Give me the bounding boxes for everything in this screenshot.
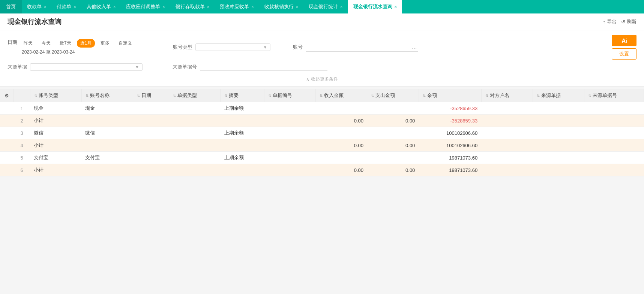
row-settings-cell xyxy=(0,102,14,115)
nav-tab-5[interactable]: 银行存取款单 × xyxy=(170,0,215,13)
close-icon[interactable]: × xyxy=(113,0,116,13)
row-source-doc-no xyxy=(584,164,644,176)
th-counterparty[interactable]: ⇅对方户名 xyxy=(481,89,533,102)
row-account-name xyxy=(81,139,133,152)
row-account-name xyxy=(81,115,133,127)
nav-tab-4[interactable]: 应收应付调整单 × xyxy=(121,0,170,13)
close-icon[interactable]: × xyxy=(207,0,209,13)
row-balance: 100102606.60 xyxy=(419,127,481,139)
export-button[interactable]: ↑ 导出 xyxy=(603,18,617,25)
table-body: 1 现金 现金 上期余额 -3528659.33 2 小计 0.00 0.00 … xyxy=(0,102,644,176)
date-today[interactable]: 今天 xyxy=(38,39,54,48)
close-icon[interactable]: × xyxy=(251,0,254,13)
nav-tab-2[interactable]: 付款单 × xyxy=(51,0,81,13)
row-income: 0.00 xyxy=(316,139,367,152)
row-summary: 上期余额 xyxy=(221,152,264,164)
nav-tab-3[interactable]: 其他收入单 × xyxy=(81,0,121,13)
row-doc-type xyxy=(169,102,220,115)
source-doc-label: 来源单据 xyxy=(8,64,27,70)
chevron-down-icon: ▼ xyxy=(135,65,139,69)
table-row[interactable]: 3 微信 微信 上期余额 100102606.60 xyxy=(0,127,644,139)
th-doc-type[interactable]: ⇅单据类型 xyxy=(169,89,220,102)
row-doc-type xyxy=(169,152,220,164)
row-expense xyxy=(367,127,419,139)
nav-tab-6[interactable]: 预收冲应收单 × xyxy=(215,0,259,13)
row-settings-cell xyxy=(0,127,14,139)
row-balance: -3528659.33 xyxy=(419,102,481,115)
th-account-name[interactable]: ⇅账号名称 xyxy=(81,89,133,102)
row-source-doc-no xyxy=(584,139,644,152)
filter-row-2: 来源单据 ▼ 来源单据号 xyxy=(8,63,636,71)
row-doc-no xyxy=(264,127,315,139)
row-date xyxy=(133,115,169,127)
account-type-select[interactable]: ▼ xyxy=(195,43,270,51)
row-counterparty xyxy=(481,115,533,127)
row-account-name: 现金 xyxy=(81,102,133,115)
row-income xyxy=(316,127,367,139)
row-settings-cell xyxy=(0,152,14,164)
th-source-doc-no[interactable]: ⇅来源单据号 xyxy=(584,89,644,102)
settings-button[interactable]: 设置 xyxy=(612,48,636,60)
page-title: 现金银行流水查询 xyxy=(8,17,62,26)
row-account-type: 小计 xyxy=(30,115,81,127)
row-doc-no xyxy=(264,139,315,152)
nav-tab-9[interactable]: 现金银行流水查询 × xyxy=(348,0,402,13)
account-dots-button[interactable]: ... xyxy=(412,44,417,51)
ai-assistant-button[interactable]: Ai xyxy=(616,36,633,46)
th-settings[interactable]: ⚙ xyxy=(0,89,14,102)
row-settings-cell xyxy=(0,139,14,152)
row-source-doc xyxy=(533,152,584,164)
date-more[interactable]: 更多 xyxy=(97,39,113,48)
table-row[interactable]: 6 小计 0.00 0.00 19871073.60 xyxy=(0,164,644,176)
close-icon[interactable]: × xyxy=(395,0,397,13)
row-expense: 0.00 xyxy=(367,139,419,152)
row-account-type: 小计 xyxy=(30,139,81,152)
nav-tab-8[interactable]: 现金银行统计 × xyxy=(303,0,348,13)
account-type-group: 账号类型 ▼ xyxy=(173,43,270,51)
row-source-doc xyxy=(533,127,584,139)
th-source-doc[interactable]: ⇅来源单据 xyxy=(533,89,584,102)
th-expense[interactable]: ⇅支出金额 xyxy=(367,89,419,102)
row-doc-type xyxy=(169,139,220,152)
nav-home[interactable]: 首页 xyxy=(0,0,22,13)
th-summary[interactable]: ⇅摘要 xyxy=(221,89,264,102)
collapse-bar[interactable]: ∧ 收起更多条件 xyxy=(8,75,636,83)
row-doc-no xyxy=(264,115,315,127)
refresh-button[interactable]: ↺ 刷新 xyxy=(621,18,636,25)
table-row[interactable]: 5 支付宝 支付宝 上期余额 19871073.60 xyxy=(0,152,644,164)
source-doc-group: 来源单据 ▼ xyxy=(8,63,143,71)
row-settings-cell xyxy=(0,115,14,127)
th-account-type[interactable]: ⇅账号类型 xyxy=(30,89,81,102)
nav-tab-7[interactable]: 收款核销执行 × xyxy=(259,0,303,13)
th-income[interactable]: ⇅收入金额 xyxy=(316,89,367,102)
th-balance[interactable]: ⇅余额 xyxy=(419,89,481,102)
row-summary xyxy=(221,115,264,127)
source-doc-select[interactable]: ▼ xyxy=(30,63,143,71)
row-counterparty xyxy=(481,139,533,152)
close-icon[interactable]: × xyxy=(74,0,76,13)
row-counterparty xyxy=(481,102,533,115)
header-actions: ↑ 导出 ↺ 刷新 xyxy=(603,18,637,25)
row-source-doc xyxy=(533,115,584,127)
row-date xyxy=(133,152,169,164)
row-date xyxy=(133,102,169,115)
table-row[interactable]: 4 小计 0.00 0.00 100102606.60 xyxy=(0,139,644,152)
table-row[interactable]: 2 小计 0.00 0.00 -3528659.33 xyxy=(0,115,644,127)
close-icon[interactable]: × xyxy=(44,0,46,13)
date-yesterday[interactable]: 昨天 xyxy=(20,39,36,48)
close-icon[interactable]: × xyxy=(340,0,342,13)
date-1month[interactable]: 近1月 xyxy=(77,39,95,48)
table-row[interactable]: 1 现金 现金 上期余额 -3528659.33 xyxy=(0,102,644,115)
source-doc-num-input[interactable] xyxy=(200,64,327,70)
account-input[interactable] xyxy=(306,44,412,50)
close-icon[interactable]: × xyxy=(296,0,298,13)
nav-tab-1[interactable]: 收款单 × xyxy=(22,0,51,13)
close-icon[interactable]: × xyxy=(162,0,165,13)
row-doc-no xyxy=(264,102,315,115)
date-7days[interactable]: 近7天 xyxy=(56,39,75,48)
row-balance: 19871073.60 xyxy=(419,152,481,164)
th-date[interactable]: ⇅日期 xyxy=(133,89,169,102)
th-doc-no[interactable]: ⇅单据编号 xyxy=(264,89,315,102)
row-expense: 0.00 xyxy=(367,115,419,127)
date-custom[interactable]: 自定义 xyxy=(115,39,135,48)
